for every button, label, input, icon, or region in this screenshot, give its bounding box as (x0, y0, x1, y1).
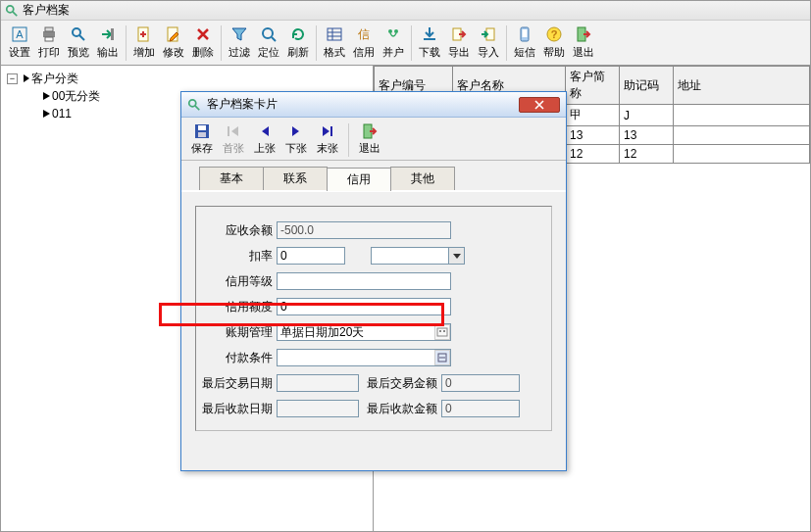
app-icon (5, 4, 19, 18)
locate-icon (260, 25, 278, 43)
toolbar-label: 末张 (317, 142, 338, 155)
col-customer-short[interactable]: 客户简称 (566, 67, 620, 105)
refresh-icon (289, 25, 307, 43)
toolbar-label: 预览 (68, 45, 89, 59)
toolbar-separator (348, 123, 349, 157)
svg-rect-39 (443, 330, 445, 332)
svg-rect-37 (437, 328, 447, 336)
dlg-next-button[interactable]: 下张 (281, 121, 311, 160)
credit-limit-field[interactable] (277, 298, 451, 315)
toolbar-label: 设置 (9, 45, 30, 59)
tree-root[interactable]: − 客户分类 (3, 70, 371, 87)
toolbar-separator (506, 25, 507, 61)
svg-text:?: ? (551, 28, 558, 40)
merge-button[interactable]: 并户 (379, 23, 408, 64)
import-button[interactable]: 导入 (474, 23, 503, 64)
toolbar-label: 并户 (382, 45, 404, 59)
dlg-exit-button[interactable]: 退出 (355, 121, 384, 160)
credit-icon: 信 (355, 25, 373, 43)
output-button[interactable]: 输出 (93, 23, 123, 64)
tree-node-label: 011 (52, 107, 72, 121)
toolbar-label: 上张 (254, 142, 276, 155)
account-mgmt-field[interactable] (277, 323, 451, 341)
col-mnemonic[interactable]: 助记码 (620, 67, 674, 105)
filter-button[interactable]: 过滤 (225, 23, 254, 64)
credit-grade-field[interactable] (277, 272, 451, 290)
svg-rect-21 (424, 38, 435, 40)
output-icon (99, 25, 117, 43)
account-mgmt-picker-button[interactable] (434, 324, 450, 340)
credit-form-panel: 应收余额 扣率 信用等级 信用额度 (181, 192, 566, 439)
dlg-prev-button[interactable]: 上张 (250, 121, 279, 160)
tab-other[interactable]: 其他 (390, 167, 455, 190)
settings-button[interactable]: A设置 (5, 23, 34, 64)
preview-button[interactable]: 预览 (64, 23, 93, 64)
toolbar-label: 帮助 (543, 45, 565, 59)
help-button[interactable]: ?帮助 (539, 23, 569, 64)
tab-credit[interactable]: 信用 (327, 168, 391, 191)
first-icon (225, 122, 242, 140)
close-button[interactable] (519, 97, 560, 113)
format-button[interactable]: 格式 (320, 23, 349, 64)
merge-icon (384, 25, 402, 43)
print-button[interactable]: 打印 (34, 23, 64, 64)
last-deal-amount-field (441, 374, 520, 392)
rate-field[interactable] (277, 247, 345, 265)
toolbar-label: 信用 (353, 45, 375, 59)
label-last-recv-date: 最后收款日期 (202, 401, 277, 417)
pay-terms-picker-button[interactable] (434, 350, 450, 365)
svg-rect-5 (45, 27, 53, 31)
modify-icon (165, 25, 182, 43)
svg-rect-35 (330, 126, 332, 136)
toolbar-label: 增加 (133, 45, 155, 59)
svg-text:A: A (16, 28, 24, 40)
dlg-last-button[interactable]: 末张 (313, 121, 342, 160)
format-icon (326, 25, 343, 43)
svg-rect-33 (198, 132, 206, 137)
pay-terms-field[interactable] (277, 349, 451, 366)
collapse-icon[interactable]: − (7, 73, 18, 84)
help-icon: ? (545, 25, 563, 43)
svg-line-8 (79, 35, 84, 40)
chevron-down-icon (453, 254, 461, 259)
node-arrow-icon (24, 74, 29, 82)
add-button[interactable]: 增加 (129, 23, 159, 64)
rate-dropdown-button[interactable] (448, 248, 464, 264)
svg-rect-4 (43, 31, 55, 37)
modify-button[interactable]: 修改 (159, 23, 188, 64)
tab-basic[interactable]: 基本 (199, 167, 264, 190)
exit-button[interactable]: 退出 (569, 23, 598, 64)
delete-icon (194, 25, 212, 43)
ar-balance-field (277, 221, 451, 239)
export-button[interactable]: 导出 (444, 23, 474, 64)
svg-point-19 (388, 29, 392, 33)
toolbar-label: 定位 (258, 45, 279, 59)
col-address[interactable]: 地址 (674, 67, 810, 105)
toolbar-label: 退出 (573, 45, 594, 59)
svg-point-12 (263, 28, 273, 38)
last-recv-amount-field (441, 400, 520, 417)
tab-contact[interactable]: 联系 (263, 167, 328, 190)
locate-button[interactable]: 定位 (254, 23, 283, 64)
delete-button[interactable]: 删除 (188, 23, 218, 64)
svg-line-1 (13, 11, 17, 15)
download-button[interactable]: 下载 (415, 23, 444, 64)
svg-rect-25 (523, 29, 528, 37)
toolbar-label: 下载 (419, 45, 440, 59)
svg-point-0 (7, 5, 14, 12)
label-account-mgmt: 账期管理 (202, 324, 277, 341)
main-toolbar: A设置打印预览输出增加修改删除过滤定位刷新格式信信用并户下载导出导入短信?帮助退… (1, 21, 810, 66)
dlg-save-button[interactable]: 保存 (187, 121, 217, 160)
dialog-toolbar: 保存首张上张下张末张退出 (181, 118, 566, 161)
save-icon (193, 122, 211, 140)
exit-icon (361, 122, 379, 140)
refresh-button[interactable]: 刷新 (283, 23, 313, 64)
node-arrow-icon (43, 92, 50, 100)
dialog-titlebar[interactable]: 客户档案卡片 (181, 92, 566, 118)
toolbar-label: 删除 (192, 45, 214, 59)
sms-button[interactable]: 短信 (510, 23, 539, 64)
download-icon (421, 25, 438, 43)
credit-button[interactable]: 信信用 (349, 23, 379, 64)
toolbar-label: 下张 (285, 142, 307, 155)
print-icon (40, 25, 58, 43)
